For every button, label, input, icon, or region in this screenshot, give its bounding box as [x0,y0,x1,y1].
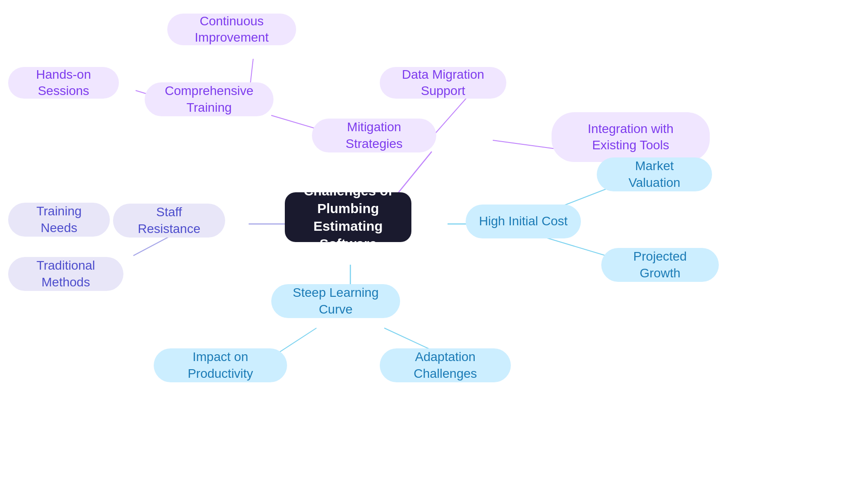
svg-line-11 [538,235,610,257]
svg-line-8 [133,235,172,256]
node-adaptation-challenges: Adaptation Challenges [380,348,511,382]
node-integration-tools: Integration with Existing Tools [552,112,710,162]
node-continuous-improvement: Continuous Improvement [167,14,296,45]
center-label: Challenges of PlumbingEstimating Softwar… [297,182,399,252]
node-staff-resistance: Staff Resistance [113,204,225,238]
node-data-migration: Data Migration Support [380,67,506,99]
node-comprehensive-training: Comprehensive Training [145,82,274,116]
node-market-valuation: Market Valuation [597,157,712,191]
node-traditional-methods: Traditional Methods [8,257,123,291]
node-mitigation-strategies: Mitigation Strategies [312,119,436,152]
node-steep-learning-curve: Steep Learning Curve [271,284,400,318]
node-impact-productivity: Impact on Productivity [154,348,287,382]
node-hands-on-sessions: Hands-on Sessions [8,67,119,99]
center-node: Challenges of PlumbingEstimating Softwar… [285,192,411,242]
node-projected-growth: Projected Growth [601,248,719,282]
node-training-needs: Training Needs [8,203,110,237]
node-high-initial-cost: High Initial Cost [466,205,581,238]
svg-line-4 [434,96,468,135]
